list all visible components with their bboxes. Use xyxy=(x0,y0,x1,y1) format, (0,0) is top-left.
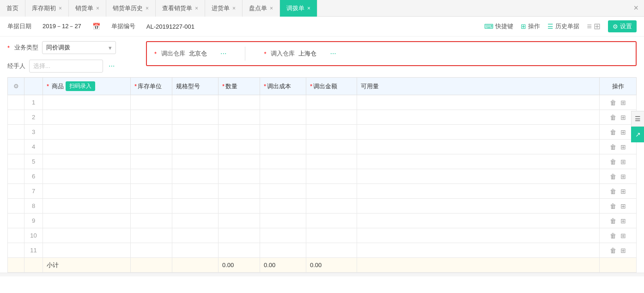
row-qty-10[interactable] xyxy=(219,228,260,243)
tab-sales-order-close[interactable]: × xyxy=(96,5,99,12)
row-cost-8[interactable] xyxy=(260,199,306,214)
row-unit-7[interactable] xyxy=(131,184,172,199)
history-button[interactable]: ☰ 历史单据 xyxy=(547,22,579,31)
row-qty-2[interactable] xyxy=(219,110,260,125)
row-amount-9[interactable] xyxy=(306,214,357,228)
row-amount-2[interactable] xyxy=(306,110,357,125)
row-cost-7[interactable] xyxy=(260,184,306,199)
row-cost-2[interactable] xyxy=(260,110,306,125)
tab-sales-order[interactable]: 销货单 × xyxy=(69,0,106,17)
row-cost-4[interactable] xyxy=(260,140,306,154)
row-amount-6[interactable] xyxy=(306,169,357,184)
handler-more-icon[interactable]: ··· xyxy=(109,62,115,70)
row-amount-10[interactable] xyxy=(306,228,357,243)
warehouse-in-value[interactable]: 上海仓 xyxy=(298,49,326,58)
tab-sales-history[interactable]: 销货单历史 × xyxy=(106,0,156,17)
tab-view-sales[interactable]: 查看销货单 × xyxy=(156,0,205,17)
handler-select[interactable]: 选择... xyxy=(29,60,103,73)
delete-icon-7[interactable]: 🗑 xyxy=(610,188,616,195)
row-unit-4[interactable] xyxy=(131,140,172,154)
row-unit-10[interactable] xyxy=(131,228,172,243)
tab-inventory-check-close[interactable]: × xyxy=(270,5,273,12)
tab-transfer[interactable]: 调拨单 × xyxy=(280,0,317,17)
warehouse-out-more[interactable]: ··· xyxy=(220,49,226,58)
delete-icon-1[interactable]: 🗑 xyxy=(610,99,616,106)
row-unit-1[interactable] xyxy=(131,95,172,110)
tab-transfer-close[interactable]: × xyxy=(307,5,310,12)
row-spec-5[interactable] xyxy=(172,154,219,169)
row-qty-5[interactable] xyxy=(219,154,260,169)
row-amount-8[interactable] xyxy=(306,199,357,214)
row-spec-8[interactable] xyxy=(172,199,219,214)
tab-purchase-close[interactable]: × xyxy=(232,5,236,12)
warehouse-in-more[interactable]: ··· xyxy=(330,49,336,58)
window-close-button[interactable]: × xyxy=(628,0,644,17)
copy-icon-9[interactable]: ⊞ xyxy=(620,217,626,225)
copy-icon-8[interactable]: ⊞ xyxy=(620,202,626,210)
copy-icon-1[interactable]: ⊞ xyxy=(620,99,626,106)
tab-sales-history-close[interactable]: × xyxy=(146,5,149,12)
row-cost-11[interactable] xyxy=(260,243,306,258)
copy-icon-11[interactable]: ⊞ xyxy=(620,247,626,254)
gear-settings-icon[interactable]: ⚙ xyxy=(13,83,19,90)
delete-icon-8[interactable]: 🗑 xyxy=(610,202,616,210)
row-amount-1[interactable] xyxy=(306,95,357,110)
warehouse-out-value[interactable]: 北京仓 xyxy=(189,49,217,58)
horizontal-scrollbar[interactable] xyxy=(0,273,644,276)
side-list-icon[interactable]: ☰ xyxy=(631,111,644,127)
row-cost-3[interactable] xyxy=(260,125,306,140)
row-qty-8[interactable] xyxy=(219,199,260,214)
tab-purchase[interactable]: 进货单 × xyxy=(205,0,243,17)
copy-icon-2[interactable]: ⊞ xyxy=(620,114,626,121)
row-product-4[interactable] xyxy=(43,140,131,154)
row-qty-6[interactable] xyxy=(219,169,260,184)
row-spec-3[interactable] xyxy=(172,125,219,140)
tab-inventory-check[interactable]: 盘点单 × xyxy=(243,0,280,17)
row-cost-6[interactable] xyxy=(260,169,306,184)
delete-icon-9[interactable]: 🗑 xyxy=(610,217,616,225)
tab-home[interactable]: 首页 xyxy=(0,0,25,17)
row-spec-11[interactable] xyxy=(172,243,219,258)
row-unit-3[interactable] xyxy=(131,125,172,140)
list-view-icon[interactable]: ≡ xyxy=(587,22,592,31)
copy-icon-6[interactable]: ⊞ xyxy=(620,173,626,180)
copy-icon-3[interactable]: ⊞ xyxy=(620,128,626,136)
delete-icon-3[interactable]: 🗑 xyxy=(610,128,616,136)
delete-icon-11[interactable]: 🗑 xyxy=(610,247,616,254)
setting-button[interactable]: ⚙ 设置 xyxy=(608,20,637,32)
row-amount-5[interactable] xyxy=(306,154,357,169)
header-gear[interactable]: ⚙ xyxy=(8,78,24,95)
row-unit-2[interactable] xyxy=(131,110,172,125)
row-product-9[interactable] xyxy=(43,214,131,228)
row-qty-1[interactable] xyxy=(219,95,260,110)
row-spec-10[interactable] xyxy=(172,228,219,243)
tab-view-sales-close[interactable]: × xyxy=(195,5,198,12)
row-qty-11[interactable] xyxy=(219,243,260,258)
ops-button[interactable]: ⊞ 操作 xyxy=(521,22,540,31)
row-product-3[interactable] xyxy=(43,125,131,140)
row-spec-9[interactable] xyxy=(172,214,219,228)
row-product-2[interactable] xyxy=(43,110,131,125)
scan-barcode-button[interactable]: 扫码录入 xyxy=(66,81,95,91)
shortcuts-button[interactable]: ⌨ 快捷键 xyxy=(484,22,513,31)
row-product-11[interactable] xyxy=(43,243,131,258)
row-product-7[interactable] xyxy=(43,184,131,199)
row-cost-1[interactable] xyxy=(260,95,306,110)
row-unit-8[interactable] xyxy=(131,199,172,214)
row-amount-11[interactable] xyxy=(306,243,357,258)
row-qty-4[interactable] xyxy=(219,140,260,154)
delete-icon-5[interactable]: 🗑 xyxy=(610,158,616,165)
grid-view-icon[interactable]: ⊞ xyxy=(594,21,601,31)
row-cost-5[interactable] xyxy=(260,154,306,169)
copy-icon-4[interactable]: ⊞ xyxy=(620,143,626,151)
row-unit-11[interactable] xyxy=(131,243,172,258)
row-cost-10[interactable] xyxy=(260,228,306,243)
row-spec-1[interactable] xyxy=(172,95,219,110)
row-unit-5[interactable] xyxy=(131,154,172,169)
delete-icon-6[interactable]: 🗑 xyxy=(610,173,616,180)
row-amount-4[interactable] xyxy=(306,140,357,154)
tab-inventory-init-close[interactable]: × xyxy=(59,5,62,12)
tab-inventory-init[interactable]: 库存期初 × xyxy=(25,0,69,17)
row-amount-3[interactable] xyxy=(306,125,357,140)
row-spec-2[interactable] xyxy=(172,110,219,125)
